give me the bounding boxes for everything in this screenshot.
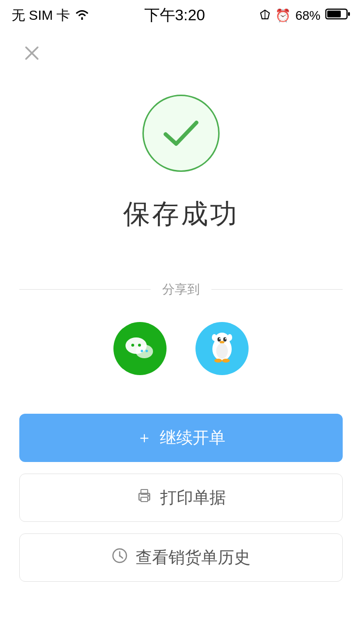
history-button[interactable]: 查看销货单历史 [19, 533, 343, 582]
divider-left [19, 289, 151, 290]
svg-rect-25 [141, 497, 148, 502]
svg-point-9 [141, 350, 143, 352]
svg-point-15 [219, 338, 221, 339]
status-right: ⏰ 68% [260, 8, 350, 24]
svg-point-13 [218, 337, 221, 342]
svg-point-21 [212, 334, 217, 341]
svg-rect-1 [327, 11, 341, 17]
print-label: 打印单据 [160, 487, 226, 509]
actions-section: ＋ 继续开单 打印单据 查看销货单历史 [0, 414, 362, 582]
battery-percent: 68% [295, 8, 320, 23]
plus-icon: ＋ [137, 427, 152, 448]
share-label: 分享到 [151, 281, 211, 298]
share-qq-button[interactable] [195, 322, 249, 375]
status-bar: 无 SIM 卡 下午3:20 ⏰ 68% [0, 0, 362, 31]
svg-point-26 [147, 495, 149, 497]
share-icons-row [0, 322, 362, 375]
success-section: 保存成功 [0, 75, 362, 262]
success-icon-circle [142, 95, 220, 172]
svg-point-20 [222, 359, 230, 363]
share-divider: 分享到 [0, 281, 362, 298]
status-time: 下午3:20 [144, 5, 205, 26]
close-bar [0, 31, 362, 75]
svg-point-22 [227, 334, 232, 341]
svg-rect-2 [348, 12, 350, 16]
svg-line-29 [120, 556, 123, 558]
battery-icon [325, 8, 350, 24]
status-left: 无 SIM 卡 [12, 6, 89, 25]
share-wechat-button[interactable] [113, 322, 167, 375]
alarm-icon: ⏰ [275, 8, 291, 23]
print-button[interactable]: 打印单据 [19, 474, 343, 522]
continue-label: 继续开单 [160, 427, 225, 449]
svg-point-8 [138, 344, 141, 347]
history-label: 查看销货单历史 [136, 546, 251, 569]
svg-point-7 [131, 344, 134, 347]
carrier-text: 无 SIM 卡 [12, 6, 70, 25]
close-button[interactable] [19, 41, 44, 66]
svg-point-10 [146, 350, 148, 352]
svg-point-14 [223, 337, 227, 342]
svg-point-18 [216, 343, 228, 359]
print-icon [136, 488, 153, 508]
divider-right [211, 289, 343, 290]
svg-point-6 [136, 345, 153, 358]
svg-point-16 [225, 338, 226, 339]
location-icon [260, 8, 270, 23]
continue-button[interactable]: ＋ 继续开单 [19, 414, 343, 462]
wifi-icon [75, 8, 89, 23]
success-title: 保存成功 [123, 196, 239, 233]
svg-point-19 [214, 359, 222, 363]
clock-icon [111, 547, 128, 568]
